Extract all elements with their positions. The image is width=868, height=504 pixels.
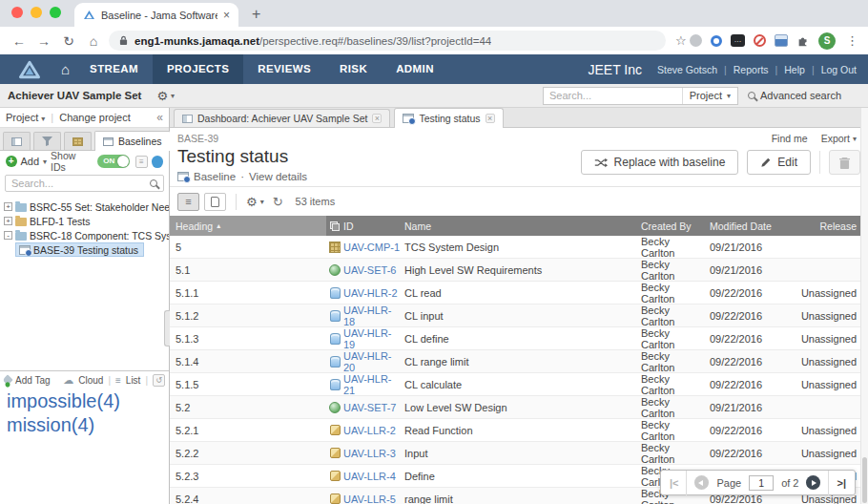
tab-baselines[interactable]: Baselines	[94, 131, 171, 151]
scrollbar-thumb[interactable]	[862, 457, 867, 503]
table-row[interactable]: 5.1.4UAV-HLR-20CL range limitBecky Carlt…	[170, 350, 868, 373]
forward-icon[interactable]: →	[32, 33, 55, 49]
item-id-link[interactable]: UAV-SET-7	[343, 402, 396, 413]
item-id-link[interactable]: UAV-LLR-3	[343, 448, 396, 459]
delete-button[interactable]	[829, 150, 860, 175]
tags-cloud-view-button[interactable]: Cloud	[78, 375, 103, 386]
change-project-link[interactable]: Change project	[59, 112, 131, 123]
table-row[interactable]: 5.2UAV-SET-7Low Level SW DesignBecky Car…	[170, 396, 868, 419]
extension-ring-icon[interactable]	[711, 35, 722, 47]
user-name[interactable]: Steve Gotsch	[657, 64, 717, 75]
tab-filters[interactable]	[33, 132, 61, 150]
nav-link-log-out[interactable]: Log Out	[821, 64, 857, 75]
find-me-link[interactable]: Find me	[772, 133, 808, 144]
column-header-name[interactable]: Name	[401, 220, 635, 232]
nav-item-admin[interactable]: ADMIN	[382, 54, 448, 84]
item-id-link[interactable]: UAV-LLR-2	[343, 425, 396, 436]
next-page-button[interactable]	[806, 475, 820, 490]
browser-tab[interactable]: Baseline - Jama Software ×	[74, 3, 238, 27]
table-row[interactable]: 5.1.2UAV-HLR-18CL inputBecky Carlton09/2…	[170, 304, 868, 327]
sort-options-icon[interactable]: ≡	[135, 156, 148, 168]
extension-dark-icon[interactable]: …	[731, 34, 745, 47]
table-row[interactable]: 5.1.5UAV-HLR-21CL calculateBecky Carlton…	[170, 373, 868, 396]
tags-list-view-button[interactable]: List	[126, 375, 141, 386]
search-scope-dropdown[interactable]: Project ▾	[682, 88, 737, 104]
nav-item-projects[interactable]: PROJECTS	[153, 54, 243, 84]
item-id-link[interactable]: UAV-SET-6	[343, 264, 396, 276]
bookmark-star-icon[interactable]: ☆	[675, 33, 687, 48]
tag-link[interactable]: mission(4)	[7, 413, 162, 437]
window-close-button[interactable]	[11, 7, 23, 18]
table-row[interactable]: 5.1.3UAV-HLR-19CL defineBecky Carlton09/…	[170, 327, 868, 350]
extension-gray-icon[interactable]	[690, 34, 702, 47]
column-header-created-by[interactable]: Created By	[635, 220, 704, 232]
nav-item-stream[interactable]: STREAM	[75, 54, 153, 84]
url-bar[interactable]: eng1-munks.jamaqa.net/perspective.req#/b…	[109, 31, 666, 51]
project-settings-button[interactable]: ⚙ ▾	[156, 89, 175, 103]
tree-item[interactable]: +BLFD-1 Tests	[0, 214, 169, 228]
item-id-link[interactable]: UAV-CMP-1	[343, 242, 400, 253]
search-input[interactable]	[544, 90, 682, 101]
nav-link-reports[interactable]: Reports	[734, 64, 769, 75]
browser-home-icon[interactable]: ⌂	[82, 33, 105, 49]
item-id-link[interactable]: UAV-HLR-18	[343, 304, 401, 327]
browser-menu-icon[interactable]: ⋮	[844, 33, 860, 48]
column-header-modified-date[interactable]: Modified Date	[704, 220, 776, 232]
table-row[interactable]: 5.1.1UAV-HLR-2CL readBecky Carlton09/22/…	[170, 282, 868, 304]
tab-testing-status[interactable]: Testing status ×	[394, 108, 503, 128]
table-row[interactable]: 5.2.1UAV-LLR-2Read FunctionBecky Carlton…	[170, 419, 868, 442]
nav-item-reviews[interactable]: REVIEWS	[243, 54, 325, 84]
column-header-id[interactable]: ID	[343, 220, 401, 232]
sidebar-search-input[interactable]	[11, 178, 150, 189]
project-dropdown[interactable]: Project ▾	[6, 112, 45, 123]
item-id-link[interactable]: UAV-HLR-21	[343, 373, 401, 396]
show-ids-toggle[interactable]: ON	[97, 155, 130, 168]
item-id-link[interactable]: UAV-LLR-5	[343, 494, 396, 504]
edit-button[interactable]: Edit	[747, 150, 811, 175]
table-row[interactable]: 5UAV-CMP-1TCS System DesignBecky Carlton…	[170, 236, 868, 259]
close-icon[interactable]: ×	[372, 114, 382, 123]
item-id-link[interactable]: UAV-HLR-20	[343, 350, 401, 373]
replace-with-baseline-button[interactable]: Replace with baseline	[581, 150, 739, 175]
tree-item-selected[interactable]: BASE-39 Testing status	[15, 242, 144, 257]
column-header-release[interactable]: Release	[776, 220, 868, 232]
refresh-icon[interactable]: ↻	[273, 195, 283, 209]
page-number-input[interactable]	[749, 475, 774, 491]
close-icon[interactable]: ×	[486, 114, 495, 123]
tab-close-icon[interactable]: ×	[223, 9, 230, 22]
item-id-link[interactable]: UAV-LLR-4	[343, 471, 396, 482]
tab-dashboard[interactable]: Dashboard: Achiever UAV Sample Set ×	[174, 109, 390, 127]
nav-item-risk[interactable]: RISK	[325, 54, 382, 84]
tag-link[interactable]: impossible(4)	[7, 389, 162, 413]
previous-page-button[interactable]	[694, 475, 709, 490]
new-tab-button[interactable]: +	[238, 6, 274, 27]
browser-profile-avatar[interactable]: S	[818, 32, 836, 50]
add-tag-button[interactable]: Add Tag	[15, 375, 51, 386]
first-page-button[interactable]: |<	[670, 477, 679, 489]
table-row[interactable]: 5.2.2UAV-LLR-3InputBecky Carlton09/22/20…	[170, 442, 868, 465]
last-page-button[interactable]: >|	[837, 477, 846, 489]
extension-tab-icon[interactable]	[775, 34, 788, 47]
document-view-button[interactable]	[204, 193, 226, 211]
extensions-puzzle-icon[interactable]	[796, 34, 810, 48]
export-dropdown[interactable]: Export ▾	[821, 133, 857, 144]
advanced-search-link[interactable]: Advanced search	[748, 90, 841, 101]
window-zoom-button[interactable]	[50, 7, 61, 18]
table-row[interactable]: 5.1UAV-SET-6High Level SW RequirementsBe…	[170, 259, 868, 282]
item-id-link[interactable]: UAV-HLR-2	[343, 287, 398, 299]
expander-icon[interactable]: +	[4, 202, 12, 211]
tree-item[interactable]: +BSRC-55 Set: Stakeholder Needs and Miss…	[0, 200, 169, 214]
item-id-link[interactable]: UAV-HLR-19	[343, 327, 401, 350]
expander-icon[interactable]: -	[4, 231, 12, 240]
tab-explorer[interactable]	[3, 132, 31, 150]
help-icon[interactable]	[152, 156, 163, 168]
view-settings-dropdown[interactable]: ⚙ ▾	[246, 195, 264, 209]
tree-item[interactable]: -BSRC-18 Component: TCS System Design	[0, 228, 169, 242]
list-view-button[interactable]: ≡	[177, 193, 199, 211]
home-icon[interactable]: ⌂	[61, 54, 70, 84]
extension-blocker-icon[interactable]	[754, 34, 766, 47]
vertical-scrollbar[interactable]	[860, 108, 868, 504]
back-icon[interactable]: ←	[8, 33, 31, 49]
window-minimize-button[interactable]	[31, 7, 42, 18]
expander-icon[interactable]: +	[4, 217, 12, 225]
